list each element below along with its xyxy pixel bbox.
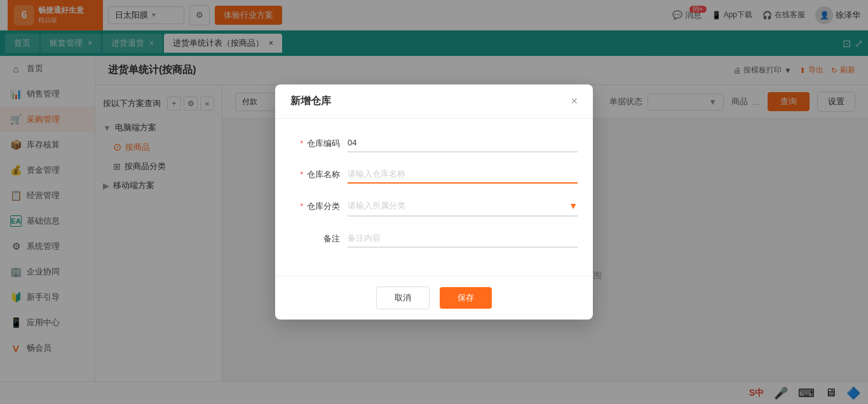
- category-arrow-icon: ▼: [569, 201, 578, 211]
- dialog-body: * 仓库编码 * 仓库名称 * 仓库分类 请输入: [275, 119, 593, 276]
- dialog-title: 新增仓库: [290, 95, 331, 108]
- cancel-button[interactable]: 取消: [376, 286, 430, 309]
- form-row-category: * 仓库分类 请输入所属分类 ▼: [290, 196, 578, 217]
- code-label: * 仓库编码: [290, 138, 348, 149]
- category-label: * 仓库分类: [290, 201, 348, 212]
- save-button[interactable]: 保存: [440, 287, 492, 309]
- add-warehouse-dialog: 新增仓库 × * 仓库编码 * 仓库名称: [275, 84, 593, 320]
- name-label: * 仓库名称: [290, 169, 348, 180]
- form-row-note: 备注: [290, 229, 578, 248]
- form-row-name: * 仓库名称: [290, 165, 578, 184]
- dialog-footer: 取消 保存: [275, 276, 593, 320]
- name-input[interactable]: [348, 165, 578, 184]
- modal-overlay[interactable]: 新增仓库 × * 仓库编码 * 仓库名称: [0, 0, 868, 404]
- note-input[interactable]: [348, 229, 578, 248]
- category-placeholder: 请输入所属分类: [348, 200, 569, 212]
- dialog-close-button[interactable]: ×: [571, 95, 578, 108]
- category-select[interactable]: 请输入所属分类 ▼: [348, 196, 578, 217]
- form-row-code: * 仓库编码: [290, 134, 578, 152]
- code-input[interactable]: [348, 134, 578, 152]
- note-label: 备注: [290, 233, 348, 245]
- dialog-header: 新增仓库 ×: [275, 84, 593, 119]
